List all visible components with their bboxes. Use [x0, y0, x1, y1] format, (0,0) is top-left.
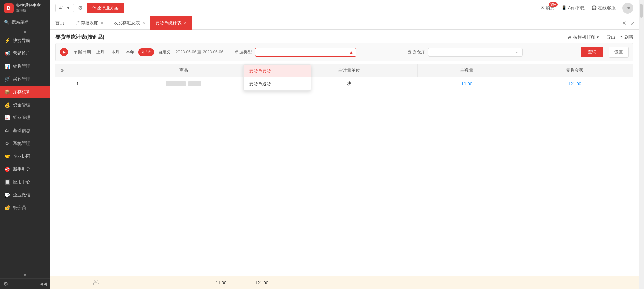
export-icon: ↑	[603, 35, 605, 40]
sidebar-item-finance[interactable]: 💰 资金管理	[0, 98, 50, 111]
tab-inventory-batch-close[interactable]: ✕	[100, 21, 104, 25]
sidebar-label-marketing: 营销推广	[13, 50, 30, 57]
member-icon: 👑	[4, 205, 10, 211]
sidebar-label-finance: 资金管理	[13, 102, 30, 108]
table-footer: 合计 11.00 121.00	[50, 276, 639, 289]
product-placeholder-1	[166, 81, 186, 86]
right-scroll-strip[interactable]	[639, 0, 644, 289]
user-avatar-btn[interactable]: Rit	[622, 3, 633, 14]
type-select-chevron-up-icon: ▲	[349, 50, 353, 55]
date-tabs: 上月 本月 本年 近7天 自定义	[94, 48, 173, 56]
scroll-thumb	[640, 4, 643, 18]
customer-service-btn[interactable]: 🎧 在线客服	[591, 5, 616, 11]
app-download-icon: 📱	[561, 5, 567, 10]
sidebar-item-enterprise[interactable]: 🤝 企业协同	[0, 150, 50, 163]
date-tab-last-7days[interactable]: 近7天	[138, 48, 154, 56]
tab-bar-close-btn[interactable]: ✕	[622, 20, 626, 26]
tab-inventory-batch-label: 库存批次账	[76, 20, 98, 26]
sidebar-item-wechat[interactable]: 💬 企业微信	[0, 188, 50, 201]
sidebar-settings-icon[interactable]: ⚙	[3, 281, 8, 287]
table-header-settings[interactable]: ⚙	[55, 64, 69, 77]
tab-order-stats-close[interactable]: ✕	[184, 21, 187, 25]
header-settings-icon[interactable]: ⚙	[78, 5, 83, 11]
tab-order-stats-label: 要货单统计表	[155, 20, 182, 26]
sidebar-label-system: 系统管理	[13, 140, 30, 147]
sidebar-item-guide[interactable]: 🎯 新手引导	[0, 163, 50, 176]
filter-expand-btn[interactable]: ▶	[60, 48, 68, 56]
sidebar-item-member[interactable]: 👑 畅会员	[0, 201, 50, 214]
sidebar-label-inventory: 库存核算	[13, 89, 30, 95]
refresh-label: 刷新	[624, 34, 633, 40]
sidebar-label-quick-nav: 快捷导航	[13, 38, 30, 44]
table-header-index	[69, 64, 86, 77]
sidebar-label-member: 畅会员	[13, 205, 26, 211]
query-btn[interactable]: 查询	[581, 47, 603, 57]
tab-bar-expand-btn[interactable]: ⤢	[630, 20, 635, 26]
sidebar-item-basic[interactable]: 🗂 基础信息	[0, 124, 50, 137]
sidebar-label-enterprise: 企业协同	[13, 153, 30, 159]
quick-nav-icon: ⚡	[4, 38, 10, 44]
print-template-label: 按模板打印	[573, 34, 595, 40]
app-download-btn[interactable]: 📱 App下载	[561, 5, 585, 11]
sidebar-bottom-bar: ⚙ ◀◀	[0, 278, 50, 289]
tab-collect-summary-label: 收发存汇总表	[114, 20, 140, 26]
sidebar-scroll-down[interactable]: ▼	[23, 273, 27, 277]
date-tab-prev-month[interactable]: 上月	[94, 48, 107, 56]
brand-name: 畅捷通好生意	[16, 3, 41, 8]
wechat-icon: 💬	[4, 192, 10, 198]
store-selector[interactable]: 41 ▼	[55, 4, 74, 12]
settings-filter-btn[interactable]: 设置	[609, 47, 629, 58]
purchase-icon: 🛒	[4, 76, 10, 82]
top-left: 41 ▼ ⚙ 体验行业方案	[55, 3, 124, 13]
tab-home-label: 首页	[55, 20, 64, 26]
warehouse-more-icon[interactable]: ···	[516, 50, 520, 55]
sidebar-label-basic: 基础信息	[13, 128, 30, 134]
date-tab-custom[interactable]: 自定义	[156, 48, 173, 56]
refresh-btn[interactable]: ↺ 刷新	[619, 34, 633, 40]
sidebar: B 畅捷通好生意 标准版 🔍 搜索菜单 ▲ ⚡ 快捷导航 📢 营销推广 📊 销售…	[0, 0, 50, 289]
store-number: 41	[59, 5, 64, 10]
sidebar-collapse-icon[interactable]: ◀◀	[40, 281, 47, 286]
sidebar-item-quick-nav[interactable]: ⚡ 快捷导航	[0, 34, 50, 47]
date-tab-this-month[interactable]: 本月	[109, 48, 122, 56]
sidebar-item-marketing[interactable]: 📢 营销推广	[0, 47, 50, 60]
filter-divider-1	[229, 49, 229, 55]
warehouse-input[interactable]	[431, 50, 516, 55]
dropdown-option-order-order[interactable]: 要货单要货	[244, 65, 311, 77]
logo-icon: B	[4, 3, 14, 13]
sidebar-item-operation[interactable]: 📈 经营管理	[0, 111, 50, 124]
sidebar-item-appstore[interactable]: 🔲 应用中心	[0, 176, 50, 188]
messages-btn[interactable]: ✉ 消息 99+	[541, 5, 554, 11]
dropdown-option-order-return[interactable]: 要货单退货	[244, 77, 311, 90]
sidebar-item-inventory[interactable]: 📦 库存核算	[0, 86, 50, 98]
sidebar-scroll-up[interactable]: ▲	[23, 29, 27, 34]
search-icon: 🔍	[4, 20, 9, 25]
trial-btn[interactable]: 体验行业方案	[87, 3, 124, 13]
amount-link[interactable]: 121.00	[568, 81, 581, 86]
date-range-display: 2023-05-06 至 2023-06-06	[176, 49, 223, 55]
inventory-icon: 📦	[4, 89, 10, 95]
row-amount-cell: 121.00	[516, 77, 633, 90]
page-title: 要货单统计表(按商品)	[55, 34, 104, 40]
row-settings-cell	[55, 77, 69, 90]
type-dropdown: 要货单要货 要货单退货	[243, 64, 311, 91]
sidebar-search[interactable]: 🔍 搜索菜单	[0, 16, 50, 28]
print-template-btn[interactable]: 🖨 按模板打印 ▾	[568, 34, 599, 40]
quantity-link[interactable]: 11.00	[461, 81, 472, 86]
tab-inventory-batch[interactable]: 库存批次账 ✕	[72, 16, 109, 30]
tab-collect-summary[interactable]: 收发存汇总表 ✕	[109, 16, 150, 30]
date-tab-this-year[interactable]: 本年	[123, 48, 137, 56]
table-row: 1 块 11.00 121.00	[55, 77, 633, 90]
sidebar-item-sales[interactable]: 📊 销售管理	[0, 60, 50, 73]
table-settings-icon[interactable]: ⚙	[60, 68, 64, 73]
tab-order-stats[interactable]: 要货单统计表 ✕	[150, 16, 192, 30]
sidebar-item-system[interactable]: ⚙ 系统管理	[0, 137, 50, 150]
tab-collect-summary-close[interactable]: ✕	[142, 21, 145, 25]
print-chevron-icon: ▾	[597, 35, 599, 40]
marketing-icon: 📢	[4, 50, 10, 57]
tab-home[interactable]: 首页	[55, 16, 69, 30]
footer-amount: 121.00	[241, 280, 282, 285]
sidebar-item-purchase[interactable]: 🛒 采购管理	[0, 73, 50, 86]
type-select[interactable]: ▲	[255, 48, 356, 57]
export-btn[interactable]: ↑ 导出	[603, 34, 616, 40]
